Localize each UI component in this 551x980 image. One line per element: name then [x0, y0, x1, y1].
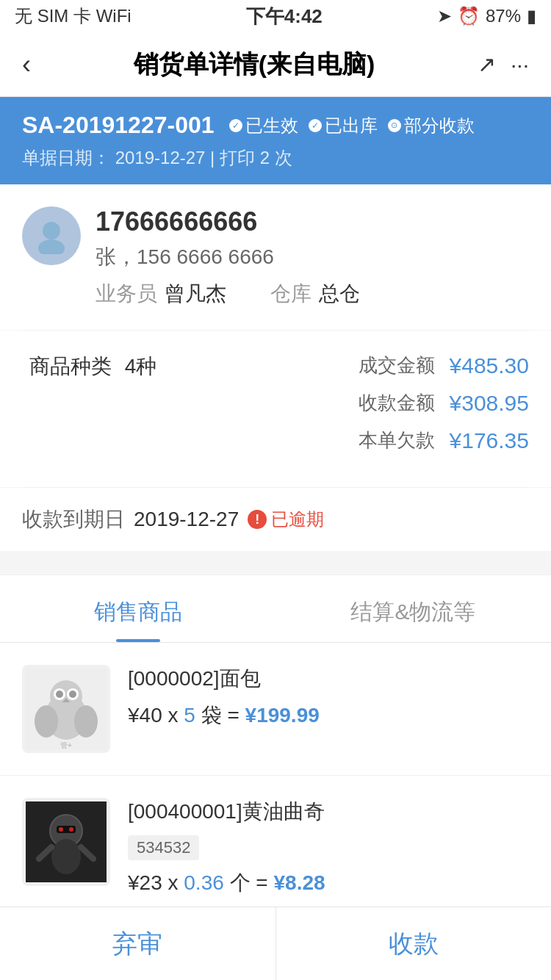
customer-info: 17666666666 张，156 6666 6666 业务员 曾凡杰 仓库 总… [96, 206, 529, 308]
product-thumbnail-1: 管+ [26, 669, 107, 749]
tab-settlement[interactable]: 结算&物流等 [276, 575, 551, 642]
page-title: 销货单详情(来自电脑) [134, 48, 375, 82]
sales-value: 曾凡杰 [165, 280, 226, 308]
battery-text: 87% [486, 6, 521, 26]
svg-text:管+: 管+ [60, 741, 72, 749]
customer-avatar [22, 206, 81, 265]
price-x-1: x [168, 704, 184, 727]
tabs-section: 销售商品 结算&物流等 [0, 574, 551, 643]
checkmark-icon-2: ✓ [309, 119, 322, 132]
warehouse-label: 仓库 [270, 280, 311, 308]
item-type-value: 4种 [125, 355, 157, 378]
product-price-2: ¥23 x 0.36 个 = ¥8.28 [128, 869, 529, 897]
order-id: SA-20191227-001 [22, 112, 215, 139]
print-suffix: 次 [275, 148, 292, 167]
back-button[interactable]: ‹ [22, 49, 31, 80]
more-button[interactable]: ··· [511, 52, 529, 77]
status-active: ✓ 已生效 [229, 114, 298, 137]
status-active-label: 已生效 [245, 114, 298, 137]
warehouse-meta: 仓库 总仓 [270, 280, 360, 308]
amount-label: 成交金额 [359, 353, 435, 378]
overdue-tag: ! 已逾期 [248, 508, 324, 531]
exclamation-icon: ! [248, 510, 267, 529]
alarm-icon: ⏰ [458, 6, 480, 26]
debt-row: 本单欠款 ¥176.35 [359, 428, 529, 453]
received-row: 收款金额 ¥308.95 [359, 390, 529, 416]
product-name-2: [000400001]黄油曲奇 [128, 798, 529, 826]
pay-button[interactable]: 收款 [276, 907, 552, 980]
print-count: 2 [260, 148, 270, 167]
tab-products[interactable]: 销售商品 [0, 575, 276, 642]
svg-point-10 [35, 705, 58, 738]
location-icon: ➤ [437, 6, 452, 26]
received-label: 收款金额 [359, 390, 435, 416]
cancel-button[interactable]: 弃审 [0, 907, 276, 980]
nav-bar: ‹ 销货单详情(来自电脑) ↗ ··· [0, 32, 551, 97]
date-label: 单据日期： [22, 148, 110, 167]
list-item: [000400001]黄油曲奇 534532 ¥23 x 0.36 个 = ¥8… [0, 776, 551, 920]
svg-point-8 [69, 691, 76, 698]
amount-row: 成交金额 ¥485.30 [359, 353, 529, 378]
nav-actions: ↗ ··· [478, 51, 529, 77]
price-x-2: x [168, 871, 184, 894]
sales-meta: 业务员 曾凡杰 [96, 280, 226, 308]
signal-text: 无 SIM 卡 WiFi [15, 4, 132, 28]
status-shipped: ✓ 已出库 [309, 114, 378, 137]
tabs-row: 销售商品 结算&物流等 [0, 575, 551, 643]
due-label: 收款到期日 [22, 505, 125, 533]
product-info-1: [0000002]面包 ¥40 x 5 袋 = ¥199.99 [128, 665, 529, 729]
unit-1: 袋 [201, 704, 222, 727]
svg-point-19 [51, 839, 81, 874]
unit-price-1: ¥40 [128, 704, 162, 727]
qty-2: 0.36 [184, 871, 224, 894]
status-partial-label: 部分收款 [404, 114, 475, 137]
summary-section: 商品种类 4种 成交金额 ¥485.30 收款金额 ¥308.95 本单欠款 ¥… [0, 331, 551, 487]
qty-1: 5 [184, 704, 195, 727]
debt-value: ¥176.35 [450, 428, 529, 453]
customer-phone: 张，156 6666 6666 [96, 243, 529, 271]
clock-icon: ⊙ [388, 119, 401, 132]
due-section: 收款到期日 2019-12-27 ! 已逾期 [0, 488, 551, 551]
order-status-tags: ✓ 已生效 ✓ 已出库 ⊙ 部分收款 [229, 114, 475, 137]
due-date: 2019-12-27 [134, 508, 239, 531]
product-list: 管+ [0000002]面包 ¥40 x 5 袋 = ¥199.99 [0, 643, 551, 920]
order-banner: SA-20191227-001 ✓ 已生效 ✓ 已出库 ⊙ 部分收款 单据日期：… [0, 97, 551, 184]
product-thumbnail-2 [26, 801, 107, 882]
status-shipped-label: 已出库 [325, 114, 378, 137]
customer-name: 17666666666 [96, 206, 529, 237]
sales-label: 业务员 [96, 280, 157, 308]
customer-meta: 业务员 曾凡杰 仓库 总仓 [96, 280, 529, 308]
svg-point-17 [59, 827, 63, 832]
section-divider [0, 551, 551, 563]
total-1: ¥199.99 [245, 704, 320, 727]
status-partial: ⊙ 部分收款 [388, 114, 475, 137]
product-info-2: [000400001]黄油曲奇 534532 ¥23 x 0.36 个 = ¥8… [128, 798, 529, 897]
received-value: ¥308.95 [450, 391, 529, 416]
svg-point-11 [74, 705, 98, 738]
battery-icon: ▮ [527, 6, 536, 26]
svg-point-18 [69, 827, 73, 832]
equals-2: = [256, 871, 273, 894]
debt-label: 本单欠款 [359, 428, 435, 453]
unit-2: 个 [230, 871, 251, 894]
product-image-1: 管+ [22, 665, 110, 753]
warehouse-value: 总仓 [319, 280, 360, 308]
order-banner-top: SA-20191227-001 ✓ 已生效 ✓ 已出库 ⊙ 部分收款 [22, 112, 529, 139]
product-image-2 [22, 798, 110, 886]
share-button[interactable]: ↗ [478, 51, 496, 77]
product-sku-2: 534532 [128, 835, 199, 860]
product-price-1: ¥40 x 5 袋 = ¥199.99 [128, 702, 529, 729]
summary-right: 成交金额 ¥485.30 收款金额 ¥308.95 本单欠款 ¥176.35 [359, 353, 529, 465]
item-type-row: 商品种类 4种 [22, 353, 156, 381]
total-2: ¥8.28 [273, 871, 325, 894]
amount-value: ¥485.30 [450, 353, 529, 378]
bottom-bar: 弃审 收款 [0, 907, 551, 980]
svg-point-1 [38, 239, 65, 254]
status-bar-left: 无 SIM 卡 WiFi [15, 4, 132, 28]
avatar-icon [33, 217, 70, 254]
order-date: 2019-12-27 [115, 148, 206, 167]
status-bar-time: 下午4:42 [246, 4, 323, 29]
status-bar-right: ➤ ⏰ 87% ▮ [437, 6, 536, 26]
order-date-row: 单据日期： 2019-12-27 | 打印 2 次 [22, 146, 529, 170]
svg-point-7 [56, 691, 63, 698]
